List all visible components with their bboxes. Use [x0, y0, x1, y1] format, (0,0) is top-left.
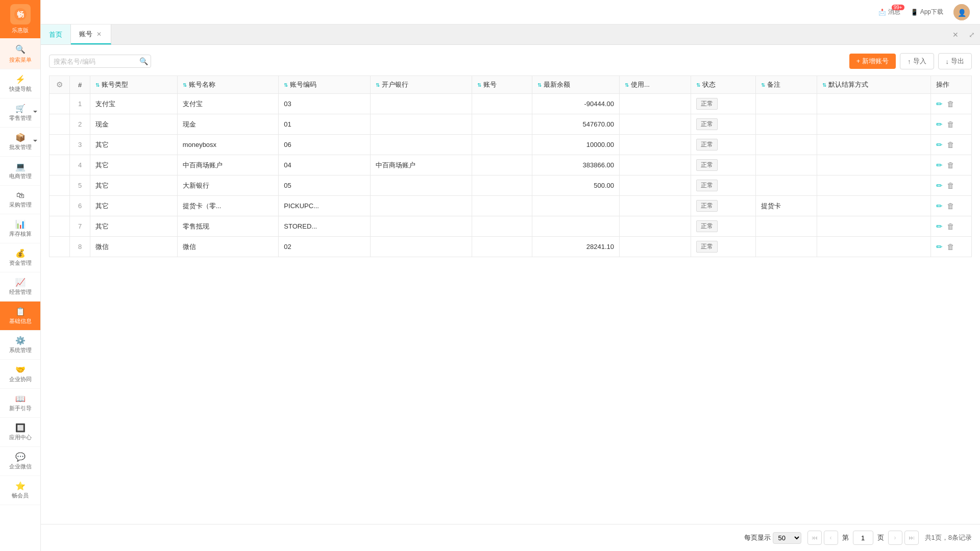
col-bank[interactable]: ⇅开户银行 [371, 76, 472, 94]
col-account[interactable]: ⇅账号 [472, 76, 532, 94]
sidebar-item-finance[interactable]: 💰 资金管理 [0, 243, 40, 272]
last-page-button[interactable]: ⏭ [904, 531, 919, 545]
page-prefix: 第 [842, 533, 849, 542]
delete-button[interactable]: 🗑 [947, 202, 954, 211]
row-usage [620, 216, 691, 237]
col-type[interactable]: ⇅账号类型 [90, 76, 178, 94]
delete-button[interactable]: 🗑 [947, 120, 954, 129]
row-settings [50, 176, 70, 196]
sidebar-item-ecommerce[interactable]: 💻 电商管理 [0, 157, 40, 186]
sidebar-item-wholesale[interactable]: 📦 批发管理 [0, 128, 40, 157]
search-box[interactable]: 🔍 [49, 55, 151, 68]
row-settlement [817, 155, 931, 176]
sidebar-item-inventory[interactable]: 📊 库存核算 [0, 214, 40, 243]
tab-close-button[interactable]: ✕ [95, 30, 103, 39]
row-type: 其它 [90, 176, 178, 196]
delete-button[interactable]: 🗑 [947, 242, 954, 252]
sidebar-item-vip[interactable]: ⭐ 畅会员 [0, 476, 40, 505]
edit-button[interactable]: ✏ [936, 161, 943, 170]
tab-account[interactable]: 账号 ✕ [71, 24, 111, 44]
row-settlement [817, 237, 931, 257]
edit-button[interactable]: ✏ [936, 140, 943, 149]
edit-button[interactable]: ✏ [936, 120, 943, 129]
sidebar-item-label: 畅会员 [12, 492, 29, 499]
status-badge: 正常 [696, 180, 718, 191]
row-num: 4 [70, 155, 90, 176]
row-actions: ✏ 🗑 [931, 114, 972, 135]
close-tab-button[interactable]: ✕ [947, 24, 964, 45]
sidebar-item-label: 企业微信 [9, 463, 32, 470]
sidebar-item-label: 经营管理 [9, 288, 32, 296]
export-button[interactable]: ↓ 导出 [938, 53, 972, 69]
search-icon[interactable]: 🔍 [139, 57, 148, 65]
col-name[interactable]: ⇅账号名称 [177, 76, 279, 94]
row-num: 6 [70, 196, 90, 216]
row-settlement [817, 176, 931, 196]
col-remark[interactable]: ⇅备注 [755, 76, 817, 94]
col-code[interactable]: ⇅账号编码 [279, 76, 371, 94]
sidebar-item-purchase[interactable]: 🛍 采购管理 [0, 186, 40, 214]
edit-button[interactable]: ✏ [936, 242, 943, 252]
col-settlement[interactable]: ⇅默认结算方式 [817, 76, 931, 94]
page-size-dropdown[interactable]: 50 100 200 [773, 532, 801, 544]
tab-home[interactable]: 首页 [41, 24, 71, 44]
delete-button[interactable]: 🗑 [947, 99, 954, 109]
user-avatar[interactable]: 👤 [953, 4, 970, 20]
total-records: 共1页，8条记录 [925, 533, 972, 542]
download-button[interactable]: 📱 App下载 [911, 8, 943, 16]
delete-button[interactable]: 🗑 [947, 181, 954, 190]
row-account [472, 176, 532, 196]
search-input[interactable] [54, 58, 139, 65]
col-status[interactable]: ⇅状态 [691, 76, 755, 94]
maximize-button[interactable]: ⤢ [964, 24, 980, 45]
sidebar-item-appcenter[interactable]: 🔲 应用中心 [0, 418, 40, 447]
sidebar-item-search[interactable]: 🔍 搜索菜单 [0, 38, 40, 69]
edit-button[interactable]: ✏ [936, 181, 943, 190]
main-content: 📩 消息 99+ 📱 App下载 👤 首页 账号 ✕ ✕ ⤢ [41, 0, 980, 551]
settings-gear-icon[interactable]: ⚙ [56, 80, 63, 89]
delete-button[interactable]: 🗑 [947, 222, 954, 231]
delete-button[interactable]: 🗑 [947, 161, 954, 170]
edit-button[interactable]: ✏ [936, 222, 943, 231]
row-num: 7 [70, 216, 90, 237]
sidebar-item-retail[interactable]: 🛒 零售管理 [0, 98, 40, 128]
status-badge: 正常 [696, 220, 718, 232]
message-icon: 📩 [878, 9, 886, 16]
page-input[interactable] [853, 531, 873, 545]
row-code: 01 [279, 114, 371, 135]
row-type: 微信 [90, 237, 178, 257]
add-account-button[interactable]: + 新增账号 [849, 54, 896, 69]
sidebar-item-label: 电商管理 [9, 172, 32, 180]
sidebar-item-basic[interactable]: 📋 基础信息 [0, 302, 40, 331]
retail-icon: 🛒 [15, 104, 26, 113]
per-page-label: 每页显示 [744, 533, 771, 542]
delete-button[interactable]: 🗑 [947, 140, 954, 149]
sidebar-item-label: 搜索菜单 [9, 56, 32, 64]
sidebar-item-label: 系统管理 [9, 346, 32, 354]
row-actions: ✏ 🗑 [931, 176, 972, 196]
sidebar-item-corpwechat[interactable]: 💬 企业微信 [0, 447, 40, 476]
col-settings[interactable]: ⚙ [50, 76, 70, 94]
sidebar-item-quicknav[interactable]: ⚡ 快捷导航 [0, 69, 40, 98]
sidebar-item-enterprise[interactable]: 🤝 企业协同 [0, 360, 40, 389]
col-usage[interactable]: ⇅使用... [620, 76, 691, 94]
col-remark-label: 备注 [767, 80, 780, 89]
sidebar-item-operations[interactable]: 📈 经营管理 [0, 272, 40, 302]
edit-button[interactable]: ✏ [936, 99, 943, 109]
sidebar-item-label: 企业协同 [9, 375, 32, 383]
message-button[interactable]: 📩 消息 99+ [878, 8, 900, 16]
col-balance[interactable]: ⇅最新余额 [532, 76, 620, 94]
page-size-select[interactable]: 每页显示 50 100 200 [744, 532, 801, 544]
edit-button[interactable]: ✏ [936, 202, 943, 211]
prev-page-button[interactable]: ‹ [824, 531, 838, 545]
import-button[interactable]: ↑ 导入 [900, 53, 934, 69]
next-page-button[interactable]: › [888, 531, 902, 545]
sidebar-item-guide[interactable]: 📖 新手引导 [0, 389, 40, 418]
first-page-button[interactable]: ⏮ [807, 531, 822, 545]
basic-icon: 📋 [15, 307, 26, 316]
row-balance: 547670.00 [532, 114, 620, 135]
logo-icon: 畅 [10, 4, 31, 24]
row-balance: 500.00 [532, 176, 620, 196]
table-row: 1 支付宝 支付宝 03 -90444.00 正常 ✏ 🗑 [50, 94, 972, 114]
sidebar-item-system[interactable]: ⚙️ 系统管理 [0, 331, 40, 360]
